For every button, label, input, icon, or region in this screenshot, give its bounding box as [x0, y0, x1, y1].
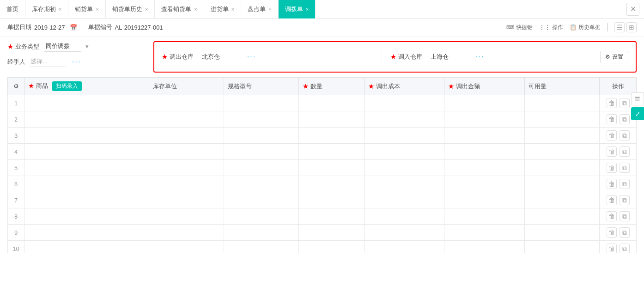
settings-button[interactable]: ⚙ 设置 [600, 51, 628, 63]
person-select[interactable]: 选择... [29, 56, 66, 67]
tab-inventory-check-close[interactable]: × [268, 6, 271, 12]
copy-row-btn[interactable]: ⧉ [620, 195, 630, 205]
sidebar-expand-btn[interactable]: ⤢ [631, 107, 644, 120]
cell-amount[interactable] [444, 225, 524, 241]
tab-sales-history-close[interactable]: × [145, 6, 148, 12]
delete-row-btn[interactable]: 🗑 [607, 163, 617, 173]
delete-row-btn[interactable]: 🗑 [607, 130, 617, 140]
cell-amount[interactable] [444, 176, 524, 192]
cell-product[interactable] [24, 225, 149, 241]
sidebar-list-btn[interactable]: ☰ [631, 92, 644, 105]
copy-row-btn[interactable]: ⧉ [620, 179, 630, 189]
cell-unit[interactable] [149, 208, 224, 225]
cell-cost[interactable] [364, 128, 444, 144]
grid-view-btn[interactable]: ⊞ [626, 22, 637, 32]
delete-row-btn[interactable]: 🗑 [607, 114, 617, 124]
th-gear[interactable]: ⚙ [8, 78, 24, 95]
list-view-btn[interactable]: ☰ [614, 22, 625, 32]
tab-sales-order-close[interactable]: × [96, 6, 98, 12]
delete-row-btn[interactable]: 🗑 [607, 98, 617, 108]
cell-unit[interactable] [149, 176, 224, 192]
cell-avail[interactable] [524, 111, 599, 128]
cell-avail[interactable] [524, 95, 599, 111]
cell-spec[interactable] [224, 225, 299, 241]
cell-product[interactable] [24, 241, 149, 253]
cell-spec[interactable] [224, 192, 299, 208]
copy-row-btn[interactable]: ⧉ [620, 211, 630, 221]
copy-row-btn[interactable]: ⧉ [620, 114, 630, 124]
window-close-button[interactable]: ✕ [626, 3, 639, 16]
cell-amount[interactable] [444, 128, 524, 144]
cell-unit[interactable] [149, 192, 224, 208]
cell-qty[interactable] [299, 144, 365, 160]
tab-purchase-close[interactable]: × [231, 6, 234, 12]
cell-product[interactable] [24, 111, 149, 128]
cell-product[interactable] [24, 192, 149, 208]
calendar-icon[interactable]: 📅 [70, 24, 77, 31]
cell-unit[interactable] [149, 95, 224, 111]
cell-avail[interactable] [524, 225, 599, 241]
in-warehouse-dots[interactable]: ··· [476, 53, 485, 61]
cell-spec[interactable] [224, 95, 299, 111]
cell-spec[interactable] [224, 144, 299, 160]
cell-cost[interactable] [364, 208, 444, 225]
cell-product[interactable] [24, 176, 149, 192]
biz-type-dropdown-arrow[interactable]: ▾ [85, 43, 89, 50]
cell-amount[interactable] [444, 192, 524, 208]
cell-qty[interactable] [299, 241, 365, 253]
cell-unit[interactable] [149, 241, 224, 253]
cell-avail[interactable] [524, 144, 599, 160]
cell-spec[interactable] [224, 111, 299, 128]
delete-row-btn[interactable]: 🗑 [607, 146, 617, 157]
out-warehouse-dots[interactable]: ··· [247, 53, 256, 61]
cell-avail[interactable] [524, 192, 599, 208]
cell-product[interactable] [24, 128, 149, 144]
tab-inventory-check[interactable]: 盘点单 × [241, 0, 278, 18]
tab-purchase[interactable]: 进货单 × [204, 0, 241, 18]
cell-product[interactable] [24, 208, 149, 225]
cell-spec[interactable] [224, 128, 299, 144]
delete-row-btn[interactable]: 🗑 [607, 211, 617, 221]
scan-btn[interactable]: 扫码录入 [52, 81, 82, 91]
cell-qty[interactable] [299, 192, 365, 208]
cell-unit[interactable] [149, 225, 224, 241]
cell-avail[interactable] [524, 128, 599, 144]
cell-spec[interactable] [224, 241, 299, 253]
cell-cost[interactable] [364, 176, 444, 192]
cell-spec[interactable] [224, 176, 299, 192]
cell-avail[interactable] [524, 241, 599, 253]
copy-row-btn[interactable]: ⧉ [620, 98, 630, 108]
cell-qty[interactable] [299, 208, 365, 225]
delete-row-btn[interactable]: 🗑 [607, 179, 617, 189]
cell-cost[interactable] [364, 241, 444, 253]
cell-qty[interactable] [299, 225, 365, 241]
cell-cost[interactable] [364, 192, 444, 208]
cell-spec[interactable] [224, 208, 299, 225]
cell-qty[interactable] [299, 128, 365, 144]
delete-row-btn[interactable]: 🗑 [607, 227, 617, 238]
copy-row-btn[interactable]: ⧉ [620, 163, 630, 173]
cell-unit[interactable] [149, 160, 224, 176]
history-btn[interactable]: 📋 历史单据 [570, 24, 601, 31]
tab-sales-history[interactable]: 销货单历史 × [106, 0, 155, 18]
cell-amount[interactable] [444, 144, 524, 160]
cell-product[interactable] [24, 160, 149, 176]
cell-avail[interactable] [524, 176, 599, 192]
tab-view-sales-close[interactable]: × [194, 6, 197, 12]
cell-product[interactable] [24, 144, 149, 160]
cell-amount[interactable] [444, 160, 524, 176]
tab-home[interactable]: 首页 [0, 0, 25, 18]
person-dots[interactable]: ··· [72, 58, 81, 66]
cell-spec[interactable] [224, 160, 299, 176]
tab-inventory-init-close[interactable]: × [59, 6, 61, 12]
tab-sales-order[interactable]: 销货单 × [68, 0, 105, 18]
copy-row-btn[interactable]: ⧉ [620, 227, 630, 238]
cell-cost[interactable] [364, 111, 444, 128]
cell-avail[interactable] [524, 208, 599, 225]
tab-inventory-init[interactable]: 库存期初 × [25, 0, 68, 18]
cell-product[interactable] [24, 95, 149, 111]
cell-cost[interactable] [364, 95, 444, 111]
tab-view-sales[interactable]: 查看销货单 × [155, 0, 204, 18]
delete-row-btn[interactable]: 🗑 [607, 244, 617, 253]
tab-transfer-close[interactable]: × [306, 6, 309, 12]
